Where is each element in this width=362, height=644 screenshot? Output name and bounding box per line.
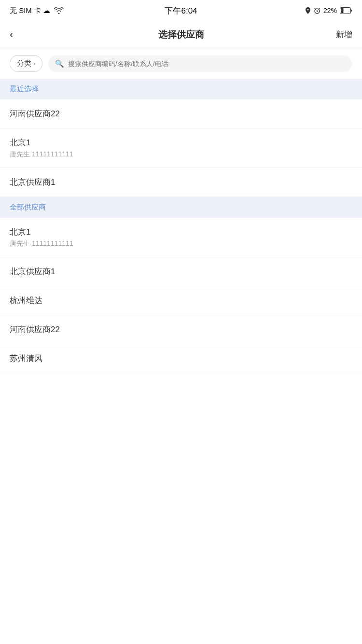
nav-bar: ‹ 选择供应商 新增 [0, 21, 362, 48]
item-name: 河南供应商22 [10, 324, 352, 335]
battery-level: 22% [323, 7, 337, 14]
supplier-list: 最近选择河南供应商22北京1唐先生 11111111111北京供应商1全部供应商… [0, 79, 362, 373]
add-button[interactable]: 新增 [336, 29, 352, 40]
item-sub: 唐先生 11111111111 [10, 239, 352, 248]
category-button[interactable]: 分类 › [10, 55, 42, 72]
item-name: 北京供应商1 [10, 177, 352, 188]
section-header-all: 全部供应商 [0, 197, 362, 218]
item-name: 北京供应商1 [10, 266, 352, 277]
item-sub: 唐先生 11111111111 [10, 150, 352, 159]
section-header-recent: 最近选择 [0, 79, 362, 99]
page-title: 选择供应商 [158, 28, 204, 41]
sim-status: 无 SIM 卡 ☁ [10, 6, 50, 15]
list-item[interactable]: 河南供应商22 [0, 99, 362, 128]
item-name: 河南供应商22 [10, 108, 352, 119]
list-item[interactable]: 苏州清风 [0, 344, 362, 373]
item-name: 北京1 [10, 226, 352, 238]
status-bar: 无 SIM 卡 ☁ 下午6:04 22% [0, 0, 362, 21]
item-name: 北京1 [10, 137, 352, 148]
item-name: 苏州清风 [10, 353, 352, 364]
svg-rect-2 [341, 8, 344, 13]
filter-bar: 分类 › 🔍 [0, 48, 362, 79]
list-item[interactable]: 北京供应商1 [0, 168, 362, 197]
list-item[interactable]: 北京供应商1 [0, 257, 362, 286]
list-item[interactable]: 河南供应商22 [0, 315, 362, 344]
status-time: 下午6:04 [165, 5, 197, 16]
search-icon: 🔍 [55, 59, 64, 68]
battery-icon [340, 7, 352, 14]
search-input[interactable] [68, 60, 346, 68]
chevron-right-icon: › [33, 60, 35, 67]
list-item[interactable]: 杭州维达 [0, 286, 362, 315]
back-button[interactable]: ‹ [6, 25, 17, 45]
category-label: 分类 [17, 59, 31, 68]
alarm-icon [314, 7, 320, 14]
status-left: 无 SIM 卡 ☁ [10, 6, 64, 15]
item-name: 杭州维达 [10, 295, 352, 306]
wifi-icon [54, 7, 64, 14]
status-right: 22% [305, 7, 352, 14]
search-bar: 🔍 [48, 56, 352, 72]
list-item[interactable]: 北京1唐先生 11111111111 [0, 128, 362, 168]
list-item[interactable]: 北京1唐先生 11111111111 [0, 218, 362, 257]
location-icon [305, 7, 311, 14]
